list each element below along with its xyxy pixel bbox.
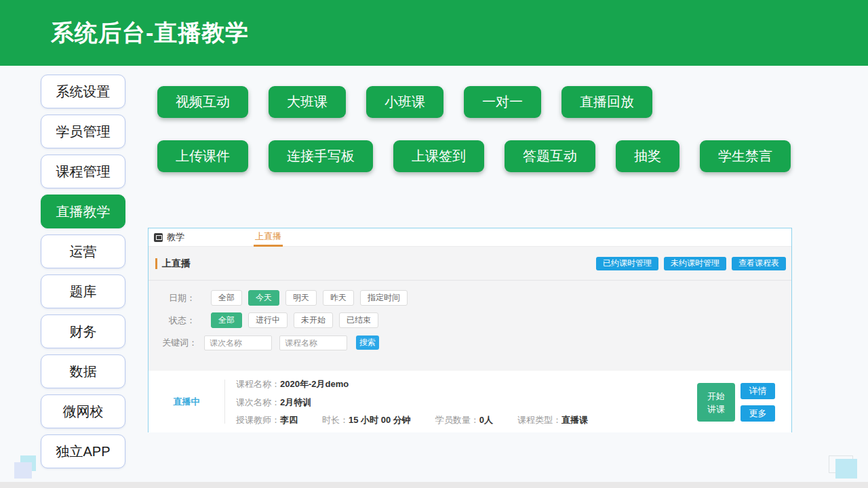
status-option-finished[interactable]: 已结束 xyxy=(339,312,378,328)
panel-header-actions: 已约课时管理 未约课时管理 查看课程表 xyxy=(596,257,786,270)
section-accent-bar xyxy=(155,258,157,269)
feature-mute-students[interactable]: 学生禁言 xyxy=(700,140,791,172)
feature-lottery[interactable]: 抽奖 xyxy=(616,140,679,172)
course-row-actions: 开始讲课 详情 更多 xyxy=(697,383,775,422)
feature-writing-tablet[interactable]: 连接手写板 xyxy=(269,140,373,172)
bottom-strip xyxy=(0,482,868,488)
section-title: 上直播 xyxy=(162,258,596,270)
status-option-ongoing[interactable]: 进行中 xyxy=(248,312,288,328)
panel-tabbar: 教学 上直播 xyxy=(149,228,791,247)
feature-large-class[interactable]: 大班课 xyxy=(269,86,346,118)
students-value: 0人 xyxy=(479,414,493,426)
sidebar-item-operations[interactable]: 运营 xyxy=(41,235,125,268)
course-name-value: 2020年-2月demo xyxy=(280,378,349,390)
status-option-not-started[interactable]: 未开始 xyxy=(294,312,333,328)
booked-lessons-button[interactable]: 已约课时管理 xyxy=(596,257,658,270)
session-name-input[interactable] xyxy=(204,336,272,350)
feature-quiz-interaction[interactable]: 答题互动 xyxy=(505,140,595,172)
feature-row-2: 上传课件 连接手写板 上课签到 答题互动 抽奖 学生禁言 xyxy=(157,140,791,172)
sidebar-item-question-bank[interactable]: 题库 xyxy=(41,274,125,308)
teaching-app-icon xyxy=(154,233,163,242)
decor-square-cyan-right xyxy=(835,459,857,479)
app-label: 教学 xyxy=(167,231,184,243)
session-name-label: 课次名称： xyxy=(236,396,280,409)
sidebar-item-data[interactable]: 数据 xyxy=(41,354,125,388)
detail-button[interactable]: 详情 xyxy=(741,383,775,399)
date-filter-row: 日期： 全部 今天 明天 昨天 指定时间 xyxy=(169,290,791,306)
course-type-value: 直播课 xyxy=(561,414,588,426)
admin-panel: 教学 上直播 上直播 已约课时管理 未约课时管理 查看课程表 日期： 全部 今天… xyxy=(148,228,792,432)
start-teaching-button[interactable]: 开始讲课 xyxy=(697,383,735,422)
keyword-filter-row: 关键词： 搜索 xyxy=(169,335,791,350)
page-header: 系统后台-直播教学 xyxy=(0,0,868,66)
feature-one-on-one[interactable]: 一对一 xyxy=(464,86,541,118)
sidebar-item-live-teaching[interactable]: 直播教学 xyxy=(41,195,125,228)
sidebar-item-standalone-app[interactable]: 独立APP xyxy=(41,434,125,468)
panel-body: 上直播 已约课时管理 未约课时管理 查看课程表 日期： 全部 今天 明天 昨天 … xyxy=(149,247,791,371)
course-name-line: 课程名称： 2020年-2月demo xyxy=(236,378,612,390)
page-title: 系统后台-直播教学 xyxy=(51,18,249,49)
date-filter-label: 日期： xyxy=(169,292,211,304)
feature-upload-courseware[interactable]: 上传课件 xyxy=(157,140,248,172)
status-filter-row: 状态： 全部 进行中 未开始 已结束 xyxy=(169,312,791,328)
sidebar-item-course-mgmt[interactable]: 课程管理 xyxy=(41,155,125,188)
date-option-today[interactable]: 今天 xyxy=(248,290,279,306)
students-label: 学员数量： xyxy=(435,414,479,426)
start-teaching-line2: 讲课 xyxy=(707,404,725,414)
live-status-badge: 直播中 xyxy=(149,371,224,432)
course-name-input[interactable] xyxy=(279,336,347,350)
decor-square-lavender-left xyxy=(14,462,32,479)
sidebar-item-finance[interactable]: 财务 xyxy=(41,314,125,348)
detail-more-stack: 详情 更多 xyxy=(741,383,775,422)
sidebar-nav: 系统设置 学员管理 课程管理 直播教学 运营 题库 财务 数据 微网校 独立AP… xyxy=(41,75,125,468)
sidebar-item-student-mgmt[interactable]: 学员管理 xyxy=(41,115,125,148)
sidebar-item-system-settings[interactable]: 系统设置 xyxy=(41,75,125,108)
start-teaching-line1: 开始 xyxy=(707,391,725,401)
course-type-label: 课程类型： xyxy=(517,414,561,426)
filter-area: 日期： 全部 今天 明天 昨天 指定时间 状态： 全部 进行中 未开始 已结束 … xyxy=(149,281,791,350)
course-fields: 课程名称： 2020年-2月demo 课次名称： 2月特训 授课教师： 李四 时… xyxy=(225,371,612,432)
teacher-label: 授课教师： xyxy=(236,414,280,426)
feature-live-replay[interactable]: 直播回放 xyxy=(561,86,652,118)
tab-go-live[interactable]: 上直播 xyxy=(254,228,283,247)
keyword-filter-label: 关键词： xyxy=(162,337,204,349)
status-option-all[interactable]: 全部 xyxy=(211,312,242,328)
duration-label: 时长： xyxy=(322,414,349,426)
unbooked-lessons-button[interactable]: 未约课时管理 xyxy=(664,257,726,270)
section-head: 上直播 已约课时管理 未约课时管理 查看课程表 xyxy=(149,247,791,281)
more-button[interactable]: 更多 xyxy=(741,405,775,422)
feature-small-class[interactable]: 小班课 xyxy=(366,86,443,118)
course-row: 直播中 课程名称： 2020年-2月demo 课次名称： 2月特训 授课教师： … xyxy=(149,371,791,432)
teacher-value: 李四 xyxy=(280,414,298,426)
session-name-line: 课次名称： 2月特训 xyxy=(236,396,612,409)
feature-row-1: 视频互动 大班课 小班课 一对一 直播回放 xyxy=(157,86,652,118)
view-schedule-button[interactable]: 查看课程表 xyxy=(732,257,786,270)
feature-video-interaction[interactable]: 视频互动 xyxy=(157,86,248,118)
date-option-custom[interactable]: 指定时间 xyxy=(360,290,408,306)
status-filter-label: 状态： xyxy=(169,314,211,327)
date-option-yesterday[interactable]: 昨天 xyxy=(323,290,354,306)
date-option-all[interactable]: 全部 xyxy=(211,290,242,306)
duration-value: 15 小时 00 分钟 xyxy=(349,414,411,426)
feature-class-checkin[interactable]: 上课签到 xyxy=(393,140,484,172)
session-name-value: 2月特训 xyxy=(280,396,311,409)
course-name-label: 课程名称： xyxy=(236,378,280,390)
course-meta-line: 授课教师： 李四 时长： 15 小时 00 分钟 学员数量： 0人 课程类型： … xyxy=(236,414,612,426)
sidebar-item-micro-school[interactable]: 微网校 xyxy=(41,394,125,428)
search-button[interactable]: 搜索 xyxy=(356,336,379,350)
date-option-tomorrow[interactable]: 明天 xyxy=(285,290,317,306)
